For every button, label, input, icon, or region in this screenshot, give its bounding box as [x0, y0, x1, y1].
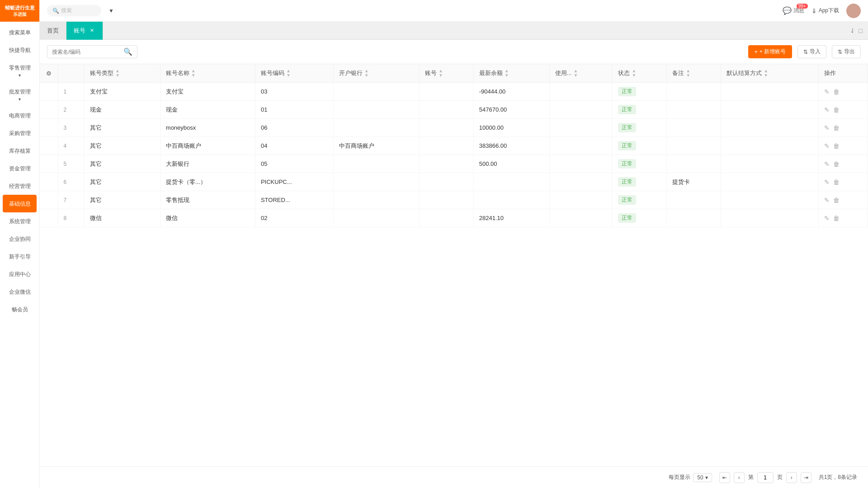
col-status[interactable]: 状态 ▲▼: [613, 64, 667, 83]
cell-settings: [40, 173, 58, 191]
sidebar-item-ecommerce-mgmt[interactable]: 电商管理: [0, 107, 39, 124]
delete-icon[interactable]: 🗑: [833, 142, 840, 150]
delete-icon[interactable]: 🗑: [833, 215, 840, 222]
col-account-no[interactable]: 账号 ▲▼: [419, 64, 473, 83]
cell-num: 6: [58, 173, 84, 191]
sidebar-item-retail-mgmt[interactable]: 零售管理 ▾: [0, 59, 39, 83]
tab-home-label: 首页: [47, 27, 59, 35]
cell-actions: ✎ 🗑: [818, 209, 868, 227]
cell-opening-bank: [333, 83, 419, 101]
cell-account-name: 大新银行: [160, 155, 255, 173]
cell-settings: [40, 155, 58, 173]
cell-status: 正常: [613, 83, 667, 101]
edit-icon[interactable]: ✎: [824, 197, 830, 204]
prev-page-button[interactable]: ‹: [734, 472, 745, 483]
tab-home[interactable]: 首页: [40, 22, 66, 40]
status-badge: 正常: [618, 123, 636, 132]
toolbar-right: + + 新增账号 ⇅ 导入 ⇅ 导出: [748, 45, 861, 58]
sidebar-item-finance-mgmt[interactable]: 资金管理: [0, 160, 39, 177]
sort-icon: ▲▼: [686, 69, 690, 78]
header-dropdown[interactable]: ▼: [108, 8, 114, 14]
sidebar-item-quick-nav[interactable]: 快捷导航: [0, 41, 39, 59]
delete-icon[interactable]: 🗑: [833, 124, 840, 131]
delete-icon[interactable]: 🗑: [833, 160, 840, 168]
search-icon: 🔍: [52, 8, 59, 14]
delete-icon[interactable]: 🗑: [833, 88, 840, 95]
first-page-button[interactable]: ⇤: [719, 472, 730, 483]
page-input[interactable]: [757, 472, 774, 483]
export-button[interactable]: ⇅ 导出: [832, 45, 861, 58]
col-settings[interactable]: ⚙: [40, 64, 58, 83]
messages-btn[interactable]: 💬 消息 99+: [783, 6, 804, 15]
delete-icon[interactable]: 🗑: [833, 106, 840, 113]
cell-status: 正常: [613, 209, 667, 227]
cell-status: 正常: [613, 101, 667, 119]
cell-status: 正常: [613, 173, 667, 191]
col-actions-label: 操作: [824, 70, 836, 76]
last-page-button[interactable]: ⇥: [801, 472, 811, 483]
tab-accounts[interactable]: 账号 ✕: [66, 22, 103, 40]
col-opening-bank[interactable]: 开户银行 ▲▼: [333, 64, 419, 83]
add-icon: +: [755, 49, 758, 55]
edit-icon[interactable]: ✎: [824, 88, 830, 95]
tab-expand-btn[interactable]: ⇃ □: [844, 27, 868, 34]
sidebar-item-new-guide[interactable]: 新手引导: [0, 248, 39, 265]
cell-account-type: 其它: [84, 155, 160, 173]
search-input[interactable]: [52, 49, 121, 55]
cell-opening-bank: [333, 173, 419, 191]
sidebar-item-search-orders[interactable]: 搜索菜单: [0, 23, 39, 41]
cell-account-no: [419, 173, 473, 191]
sidebar-item-purchase-mgmt[interactable]: 采购管理: [0, 124, 39, 142]
tab-accounts-label: 账号: [74, 27, 85, 35]
delete-icon[interactable]: 🗑: [833, 197, 840, 204]
col-latest-balance[interactable]: 最新余额 ▲▼: [473, 64, 549, 83]
edit-icon[interactable]: ✎: [824, 160, 830, 168]
sidebar-item-basic-info[interactable]: 基础信息: [3, 195, 37, 212]
col-use[interactable]: 使用... ▲▼: [549, 64, 613, 83]
app-download-btn[interactable]: ⇓ App下载: [811, 7, 839, 14]
search-box[interactable]: 🔍: [47, 45, 137, 58]
col-remark[interactable]: 备注 ▲▼: [667, 64, 721, 83]
edit-icon[interactable]: ✎: [824, 215, 830, 222]
delete-icon[interactable]: 🗑: [833, 178, 840, 186]
col-use-label: 使用...: [555, 69, 572, 77]
sidebar-item-enterprise-wechat[interactable]: 企业微信: [0, 283, 39, 300]
sidebar-item-member[interactable]: 畅会员: [0, 300, 39, 318]
avatar[interactable]: [846, 4, 861, 18]
chevron-down-icon: ▾: [19, 97, 21, 102]
col-remark-label: 备注: [672, 69, 684, 77]
sidebar-item-system-mgmt[interactable]: 系统管理: [0, 212, 39, 230]
next-page-button[interactable]: ›: [786, 472, 797, 483]
chevron-down-icon: ▼: [108, 8, 114, 14]
page-label: 第: [748, 474, 754, 481]
col-account-name[interactable]: 账号名称 ▲▼: [160, 64, 255, 83]
edit-icon[interactable]: ✎: [824, 142, 830, 150]
col-account-type[interactable]: 账号类型 ▲▼: [84, 64, 160, 83]
top-search-bar[interactable]: 🔍 搜索: [47, 5, 101, 16]
edit-icon[interactable]: ✎: [824, 178, 830, 186]
table-header-row: ⚙ 账号类型 ▲▼ 账号名称 ▲▼: [40, 64, 868, 83]
export-label: 导出: [844, 48, 855, 56]
per-page-select[interactable]: 50 ▾: [693, 473, 712, 482]
sidebar-item-app-center[interactable]: 应用中心: [0, 265, 39, 283]
sidebar-item-inventory[interactable]: 库存核算: [0, 142, 39, 160]
import-button[interactable]: ⇅ 导入: [797, 45, 826, 58]
sidebar-item-enterprise-agreement[interactable]: 企业协同: [0, 230, 39, 248]
add-account-button[interactable]: + + 新增账号: [748, 45, 792, 58]
col-account-code[interactable]: 账号编码 ▲▼: [255, 64, 333, 83]
add-account-label: + 新增账号: [760, 48, 786, 56]
col-default-settlement[interactable]: 默认结算方式 ▲▼: [721, 64, 819, 83]
cell-account-type: 其它: [84, 191, 160, 209]
cell-account-no: [419, 137, 473, 155]
cell-latest-balance: 547670.00: [473, 101, 549, 119]
cell-account-type: 现金: [84, 101, 160, 119]
sidebar-item-wholesale-mgmt[interactable]: 批发管理 ▾: [0, 83, 39, 107]
sidebar-item-operations-mgmt[interactable]: 经营管理: [0, 177, 39, 195]
cell-default-settlement: [721, 119, 819, 137]
tab-close-icon[interactable]: ✕: [88, 27, 95, 34]
edit-icon[interactable]: ✎: [824, 124, 830, 131]
cell-use: [549, 137, 613, 155]
cell-latest-balance: [473, 191, 549, 209]
edit-icon[interactable]: ✎: [824, 106, 830, 113]
cell-settings: [40, 137, 58, 155]
